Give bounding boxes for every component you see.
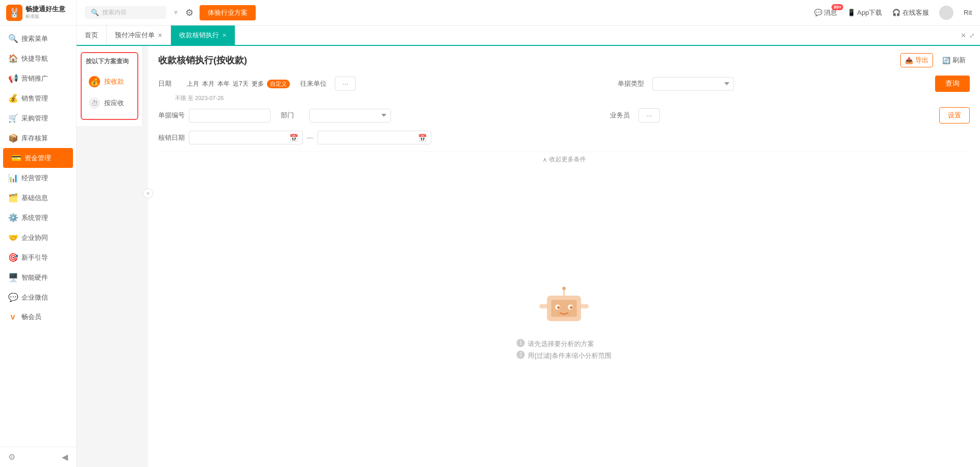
- sidebar-item-purchase[interactable]: 🛒 采购管理: [0, 108, 76, 128]
- settings-button[interactable]: 设置: [939, 107, 970, 124]
- search-icon: 🔍: [91, 9, 99, 16]
- receivable-icon: ⏱: [89, 97, 100, 109]
- export-icon: 📤: [905, 57, 913, 64]
- divider-icon: ▼: [173, 9, 179, 16]
- sidebar-item-basic[interactable]: 🗂️ 基础信息: [0, 188, 76, 208]
- collapse-conditions[interactable]: ∧ 收起更多条件: [158, 152, 970, 167]
- date-more[interactable]: 更多: [252, 80, 264, 88]
- solution-button[interactable]: 体验行业方案: [200, 5, 256, 20]
- staff-field: 业务员 ···: [610, 108, 929, 122]
- dept-select[interactable]: [309, 109, 391, 122]
- counterpart-select-btn[interactable]: ···: [335, 77, 356, 91]
- tab-prepay-label: 预付冲应付单: [115, 31, 155, 40]
- date-7days[interactable]: 近7天: [233, 80, 249, 88]
- verification-date-start-input[interactable]: 2023-03-01 📅: [189, 131, 303, 144]
- sidebar-item-operation[interactable]: 📊 经营管理: [0, 168, 76, 188]
- sidebar-item-inventory[interactable]: 📦 库存核算: [0, 128, 76, 148]
- date-start-input[interactable]: 2023-03-01: [189, 131, 285, 144]
- sidebar-item-label: 资金管理: [24, 154, 51, 163]
- search-form-area: 收款核销执行(按收款) 📤 导出 🔄 刷新 日期: [148, 46, 980, 467]
- doc-type-select[interactable]: [652, 77, 734, 91]
- svg-point-4: [557, 306, 560, 309]
- sidebar-item-enterprise[interactable]: 🤝 企业协同: [0, 228, 76, 248]
- filter-by-collection[interactable]: 💰 按收款: [84, 72, 135, 91]
- staff-select-btn[interactable]: ···: [639, 108, 660, 122]
- tab-collection-close-icon[interactable]: ✕: [222, 32, 227, 39]
- empty-illustration: [538, 281, 590, 332]
- svg-rect-8: [540, 304, 548, 308]
- tab-prepay[interactable]: 预付冲应付单 ✕: [107, 26, 171, 45]
- user-avatar[interactable]: [939, 6, 953, 20]
- close-tab-icon[interactable]: ✕: [961, 32, 966, 39]
- doc-type-field: 单据类型: [618, 77, 925, 91]
- gear-icon[interactable]: ⚙: [185, 7, 193, 18]
- sidebar-item-marketing[interactable]: 📢 营销推广: [0, 68, 76, 88]
- filter-border: 按以下方案查询 💰 按收款 ⏱ 按应收: [81, 52, 138, 120]
- empty-tips: 1 请先选择要分析的方案 2 用[过滤]条件来缩小分析范围: [517, 338, 611, 362]
- counterpart-label: 往来单位: [300, 79, 331, 88]
- global-search[interactable]: 🔍 搜索内容: [85, 6, 166, 19]
- sidebar-item-wechat[interactable]: 💬 企业微信: [0, 287, 76, 307]
- filter-by-receivable[interactable]: ⏱ 按应收: [84, 93, 135, 113]
- logo-icon: 🐰: [6, 5, 22, 21]
- refresh-button[interactable]: 🔄 刷新: [938, 54, 970, 67]
- form-row-3: 核销日期 2023-03-01 📅 — 2023-07-21 📅: [158, 131, 970, 144]
- expand-tab-icon[interactable]: ⤢: [969, 32, 975, 39]
- collapse-filter-icon[interactable]: »: [143, 188, 153, 199]
- search-placeholder: 搜索内容: [102, 8, 127, 17]
- verification-date-end-input[interactable]: 2023-07-21 📅: [317, 131, 431, 144]
- guide-icon: 🎯: [8, 253, 17, 262]
- sidebar-item-finance[interactable]: 💳 资金管理: [3, 148, 73, 168]
- tab-collection[interactable]: 收款核销执行 ✕: [171, 26, 235, 45]
- sidebar-item-guide[interactable]: 🎯 新手引导: [0, 248, 76, 267]
- tab-spacer: [235, 26, 955, 45]
- chevron-up-icon: ∧: [543, 156, 547, 163]
- online-service-button[interactable]: 🎧 在线客服: [892, 8, 929, 17]
- staff-label: 业务员: [610, 111, 634, 120]
- date-last-month[interactable]: 上月: [187, 80, 199, 88]
- sidebar-footer: ⚙ ◀: [0, 447, 76, 467]
- hardware-icon: 🖥️: [8, 273, 17, 282]
- sidebar-item-label: 企业协同: [21, 233, 48, 242]
- tab-prepay-close-icon[interactable]: ✕: [158, 32, 162, 39]
- marketing-icon: 📢: [8, 73, 17, 83]
- sidebar-item-label: 系统管理: [21, 213, 48, 223]
- date-this-month[interactable]: 本月: [202, 80, 214, 88]
- wechat-icon: 💬: [8, 292, 17, 302]
- calendar-end-icon[interactable]: 📅: [414, 132, 431, 144]
- sidebar-item-label: 搜索菜单: [21, 34, 48, 43]
- content-area: 按以下方案查询 💰 按收款 ⏱ 按应收 » 收款核销执行(按收款): [77, 46, 980, 467]
- filter-receivable-label: 按应收: [104, 99, 124, 108]
- svg-point-7: [562, 286, 566, 290]
- main-area: 🔍 搜索内容 ▼ ⚙ 体验行业方案 💬 消息 99+ 📱 App下载 🎧 在线客…: [77, 0, 980, 467]
- form-row-2: 单据编号 部门 业务员 ··· 设置: [158, 107, 970, 124]
- date-end-input[interactable]: 2023-07-21: [318, 131, 414, 144]
- home-icon: 🏠: [8, 54, 17, 63]
- dept-label: 部门: [281, 111, 305, 120]
- settings-icon[interactable]: ⚙: [8, 452, 15, 462]
- form-row-1: 日期 上月 本月 本年 近7天 更多 自定义 往来单位 ···: [158, 76, 970, 92]
- doc-no-input[interactable]: [189, 109, 271, 122]
- refresh-icon: 🔄: [942, 57, 950, 64]
- sidebar-item-member[interactable]: V 畅会员: [0, 307, 76, 327]
- query-button[interactable]: 查询: [935, 76, 970, 92]
- tip-text-2: 用[过滤]条件来缩小分析范围: [528, 350, 611, 361]
- collapse-sidebar-icon[interactable]: ◀: [62, 452, 68, 462]
- export-button[interactable]: 📤 导出: [900, 53, 933, 67]
- tab-home[interactable]: 首页: [77, 26, 107, 45]
- custom-date-badge[interactable]: 自定义: [267, 80, 290, 88]
- tab-bar: 首页 预付冲应付单 ✕ 收款核销执行 ✕ ✕ ⤢: [77, 26, 980, 46]
- sidebar-item-search[interactable]: 🔍 搜索菜单: [0, 29, 76, 48]
- filter-panel-title: 按以下方案查询: [84, 57, 135, 66]
- app-download-button[interactable]: 📱 App下载: [847, 8, 882, 17]
- date-field: 日期 上月 本月 本年 近7天 更多 自定义: [158, 79, 290, 88]
- sidebar-item-sales[interactable]: 💰 销售管理: [0, 88, 76, 108]
- tip-text-1: 请先选择要分析的方案: [528, 338, 594, 350]
- sidebar-item-hardware[interactable]: 🖥️ 智能硬件: [0, 267, 76, 287]
- page-header: 收款核销执行(按收款) 📤 导出 🔄 刷新: [148, 46, 980, 67]
- date-this-year[interactable]: 本年: [217, 80, 230, 88]
- sidebar-item-system[interactable]: ⚙️ 系统管理: [0, 208, 76, 228]
- calendar-icon[interactable]: 📅: [285, 132, 302, 144]
- message-button[interactable]: 💬 消息 99+: [814, 8, 838, 17]
- sidebar-item-quick-nav[interactable]: 🏠 快捷导航: [0, 48, 76, 68]
